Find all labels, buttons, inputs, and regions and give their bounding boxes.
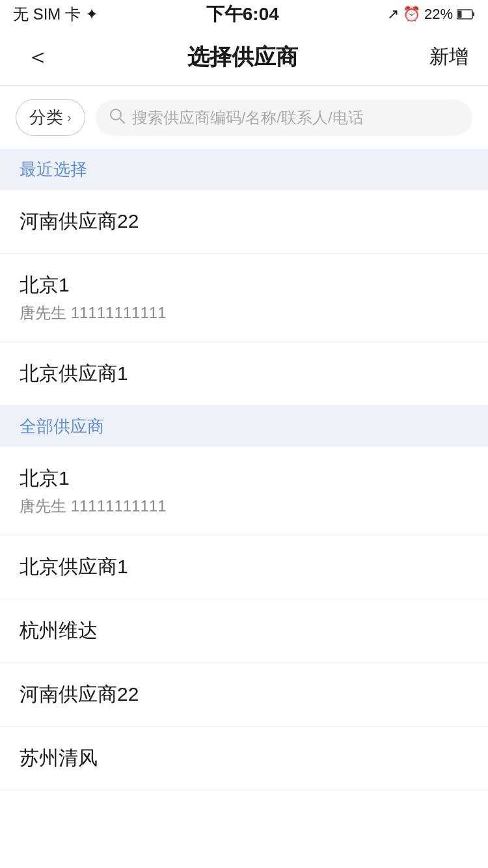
list-item[interactable]: 北京供应商1 (0, 342, 488, 406)
all-section-title: 全部供应商 (20, 416, 104, 436)
nav-bar: ＜ 选择供应商 新增 (0, 29, 488, 86)
list-item[interactable]: 北京供应商1 (0, 536, 488, 599)
page-title: 选择供应商 (187, 42, 298, 72)
all-items-list: 北京1 唐先生 11111111111 北京供应商1 杭州维达 河南供应商22 … (0, 447, 488, 791)
chevron-right-icon: › (67, 110, 72, 125)
svg-rect-2 (457, 11, 461, 18)
battery-percent: 22% (424, 6, 453, 23)
item-name: 北京供应商1 (20, 554, 468, 580)
item-name: 河南供应商22 (20, 681, 468, 708)
recent-section-header: 最近选择 (0, 149, 488, 190)
status-left: 无 SIM 卡 ✦ (13, 4, 98, 25)
all-section-header: 全部供应商 (0, 406, 488, 447)
status-right: ↗ ⏰ 22% (387, 6, 475, 23)
search-placeholder: 搜索供应商编码/名称/联系人/电话 (132, 107, 364, 128)
item-name: 河南供应商22 (20, 208, 468, 235)
add-button[interactable]: 新增 (429, 44, 468, 70)
list-item[interactable]: 苏州清风 (0, 727, 488, 791)
recent-items-list: 河南供应商22 北京1 唐先生 11111111111 北京供应商1 (0, 190, 488, 406)
item-name: 杭州维达 (20, 617, 468, 644)
item-detail: 唐先生 11111111111 (20, 303, 468, 323)
item-name: 北京1 (20, 465, 468, 492)
svg-rect-1 (472, 12, 474, 16)
filter-bar: 分类 › 搜索供应商编码/名称/联系人/电话 (0, 86, 488, 149)
item-name: 北京1 (20, 272, 468, 299)
status-bar: 无 SIM 卡 ✦ 下午6:04 ↗ ⏰ 22% (0, 0, 488, 29)
status-time: 下午6:04 (206, 2, 279, 27)
list-item[interactable]: 河南供应商22 (0, 663, 488, 727)
item-detail: 唐先生 11111111111 (20, 496, 468, 517)
list-item[interactable]: 北京1 唐先生 11111111111 (0, 447, 488, 536)
location-icon: ↗ (387, 6, 399, 23)
category-button[interactable]: 分类 › (16, 99, 85, 136)
svg-line-4 (120, 118, 124, 123)
search-icon (109, 107, 126, 128)
list-item[interactable]: 北京1 唐先生 11111111111 (0, 254, 488, 342)
recent-section-title: 最近选择 (20, 159, 87, 179)
sim-status: 无 SIM 卡 ✦ (13, 4, 98, 25)
item-name: 苏州清风 (20, 745, 468, 772)
item-name: 北京供应商1 (20, 360, 468, 387)
list-item[interactable]: 杭州维达 (0, 599, 488, 663)
list-item[interactable]: 河南供应商22 (0, 190, 488, 254)
back-button[interactable]: ＜ (20, 34, 56, 79)
battery-icon (457, 9, 475, 20)
category-label: 分类 (29, 106, 63, 129)
alarm-icon: ⏰ (403, 6, 420, 23)
search-box[interactable]: 搜索供应商编码/名称/联系人/电话 (96, 100, 472, 136)
